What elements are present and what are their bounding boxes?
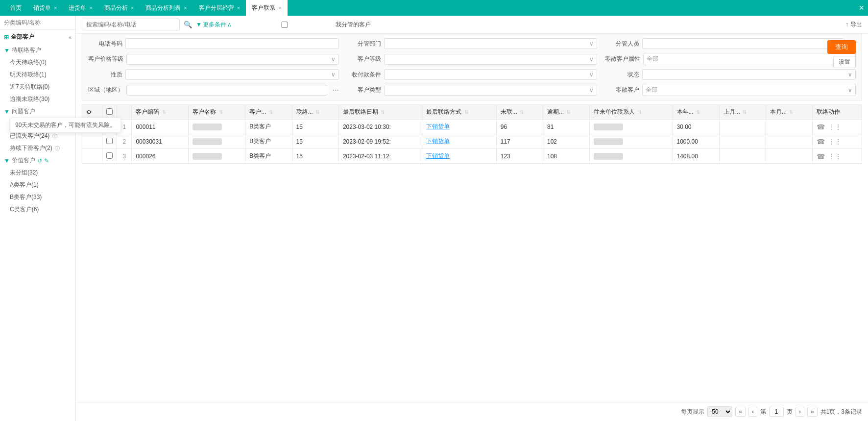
th-name[interactable]: 客户名称 ⇅ xyxy=(189,105,245,120)
section-pending-contact[interactable]: ▼ 待联络客户 xyxy=(0,44,75,56)
sort-overdue-icon: ⇅ xyxy=(566,109,570,115)
dept-select[interactable]: ∨ xyxy=(384,38,598,49)
sort-name-icon: ⇅ xyxy=(219,109,223,115)
close-purchase-tab[interactable]: × xyxy=(89,5,92,11)
action-more-icon[interactable]: ⋮⋮ xyxy=(828,123,842,131)
table-body: 1 000011 B类客户 15 2023-03-02 10:30: 下销货单 … xyxy=(82,120,862,164)
my-customers-check[interactable] xyxy=(236,22,334,28)
tab-home[interactable]: 首页 xyxy=(4,0,27,16)
row-this-month xyxy=(766,134,813,149)
edit-value-icon[interactable]: ✎ xyxy=(44,157,49,164)
price-level-arrow: ∨ xyxy=(331,56,336,63)
my-customers-checkbox[interactable]: 我分管的客户 xyxy=(236,21,371,29)
th-code[interactable]: 客户编码 ⇅ xyxy=(132,105,189,120)
sidebar-item-class-c[interactable]: C类客户(6) xyxy=(0,203,75,216)
export-button[interactable]: ↑ 导出 xyxy=(845,21,862,29)
tab-purchase[interactable]: 进货单 × xyxy=(63,0,98,16)
advanced-filter-panel: 电话号码 分管部门 ∨ 分管人员 ··· 客户价格等级 xyxy=(82,34,862,100)
more-conditions-button[interactable]: ▼ 更多条件 ∧ xyxy=(196,21,232,29)
price-level-select[interactable]: ∨ xyxy=(126,54,339,65)
sort-this-month-icon: ⇅ xyxy=(789,109,793,115)
setting-button[interactable]: 设置 xyxy=(833,56,856,68)
sidebar-item-week[interactable]: 近7天待联络(0) xyxy=(0,81,75,93)
row-last-method[interactable]: 下销货单 xyxy=(422,134,496,149)
th-last-month[interactable]: 上月... ⇅ xyxy=(719,105,766,120)
filter-region: 区域（地区） ··· xyxy=(88,84,339,96)
tab-customer-tier[interactable]: 客户分层经营 × xyxy=(193,0,246,16)
filter-retail-customer: 零散客户 全部 ∨ xyxy=(605,84,856,96)
th-contact-person[interactable]: 往来单位联系人 ⇅ xyxy=(590,105,673,120)
th-last-method[interactable]: 最后联络方式 ⇅ xyxy=(422,105,496,120)
prev-page-button[interactable]: ‹ xyxy=(748,407,757,417)
tab-analysis-list[interactable]: 商品分析列表 × xyxy=(140,0,193,16)
select-all-checkbox[interactable] xyxy=(106,108,113,115)
action-contact-icon[interactable]: ☎ xyxy=(817,123,825,131)
close-analysis-tab[interactable]: × xyxy=(131,5,134,11)
row-checkbox-2[interactable] xyxy=(106,152,113,159)
sidebar-item-class-a[interactable]: A类客户(1) xyxy=(0,179,75,191)
sidebar-item-overdue[interactable]: 逾期未联络(30) xyxy=(0,93,75,105)
refresh-value-icon[interactable]: ↺ xyxy=(37,157,42,164)
action-contact-icon[interactable]: ☎ xyxy=(817,138,825,146)
section-problem-customers[interactable]: ▼ 问题客户 xyxy=(0,105,75,118)
sidebar-search-area: 🔍 xyxy=(0,16,75,30)
nature-select[interactable]: ∨ xyxy=(125,69,339,80)
th-this-year[interactable]: 本年... ⇅ xyxy=(673,105,719,120)
all-customers-header[interactable]: ⊞ 全部客户 « xyxy=(0,30,75,44)
row-checkbox-cell[interactable] xyxy=(102,149,117,164)
page-size-select[interactable]: 50 100 200 xyxy=(707,406,732,417)
search-button[interactable]: 🔍 xyxy=(184,21,192,28)
collapse-sidebar-icon[interactable]: « xyxy=(69,34,72,40)
row-checkbox-cell[interactable] xyxy=(102,134,117,149)
row-last-method[interactable]: 下销货单 xyxy=(422,149,496,164)
phone-input[interactable] xyxy=(125,38,339,49)
close-sales-tab[interactable]: × xyxy=(54,5,57,11)
th-contact[interactable]: 联络... ⇅ xyxy=(292,105,338,120)
close-customer-contact-tab[interactable]: × xyxy=(278,5,281,11)
row-unlink-days: 117 xyxy=(496,134,543,149)
last-page-button[interactable]: » xyxy=(807,407,818,417)
th-checkbox[interactable] xyxy=(102,105,117,120)
close-analysis-list-tab[interactable]: × xyxy=(184,5,187,11)
action-contact-icon[interactable]: ☎ xyxy=(817,152,825,160)
close-all-button[interactable]: × xyxy=(859,3,864,13)
th-this-month[interactable]: 本月... ⇅ xyxy=(766,105,813,120)
status-select[interactable]: ∨ xyxy=(642,69,856,80)
payment-arrow: ∨ xyxy=(589,71,594,78)
th-last-date[interactable]: 最后联络日期 ⇅ xyxy=(338,105,422,120)
page-number-input[interactable] xyxy=(769,407,784,417)
sidebar-item-tomorrow[interactable]: 明天待联络(1) xyxy=(0,69,75,81)
th-type[interactable]: 客户... ⇅ xyxy=(245,105,292,120)
customer-level-select[interactable]: ∨ xyxy=(384,54,598,65)
tab-analysis[interactable]: 商品分析 × xyxy=(98,0,140,16)
first-page-button[interactable]: « xyxy=(735,407,746,417)
customer-type-select[interactable]: ∨ xyxy=(384,85,598,96)
th-unlink[interactable]: 未联... ⇅ xyxy=(496,105,543,120)
row-last-method[interactable]: 下销货单 xyxy=(422,120,496,134)
sidebar-item-declining[interactable]: 持续下滑客户(2) ⓘ xyxy=(0,142,75,154)
sidebar-item-today[interactable]: 今天待联络(0) xyxy=(0,56,75,69)
region-input[interactable] xyxy=(126,85,327,96)
sidebar-item-ungrouped[interactable]: 未分组(32) xyxy=(0,167,75,179)
tab-customer-contact[interactable]: 客户联系 × xyxy=(246,0,287,16)
row-checkbox-1[interactable] xyxy=(106,138,113,144)
search-input[interactable] xyxy=(82,19,180,30)
payment-select[interactable]: ∨ xyxy=(384,69,598,80)
retail-attr-select[interactable]: 全部 ∨ xyxy=(643,53,856,65)
main-layout: 🔍 ⊞ 全部客户 « ▼ 待联络客户 今天待联络(0) 明天待联络(1) 近7天… xyxy=(0,16,868,421)
sidebar-item-class-b[interactable]: B类客户(33) xyxy=(0,191,75,203)
action-more-icon[interactable]: ⋮⋮ xyxy=(828,152,842,160)
section-value-customers[interactable]: ▼ 价值客户 ↺ ✎ xyxy=(0,154,75,167)
person-input[interactable] xyxy=(642,38,844,49)
table-container: ⚙ 客户编码 ⇅ 客户名称 ⇅ xyxy=(82,104,862,402)
query-button[interactable]: 查询 xyxy=(827,40,856,54)
tab-sales[interactable]: 销货单 × xyxy=(27,0,63,16)
close-customer-tier-tab[interactable]: × xyxy=(237,5,240,11)
region-extra-btn[interactable]: ··· xyxy=(332,86,338,95)
category-search-input[interactable] xyxy=(4,19,76,26)
th-overdue[interactable]: 逾期... ⇅ xyxy=(543,105,589,120)
th-settings[interactable]: ⚙ xyxy=(82,105,102,120)
action-more-icon[interactable]: ⋮⋮ xyxy=(828,138,842,146)
retail-customer-select[interactable]: 全部 ∨ xyxy=(642,84,856,96)
next-page-button[interactable]: › xyxy=(796,407,804,417)
